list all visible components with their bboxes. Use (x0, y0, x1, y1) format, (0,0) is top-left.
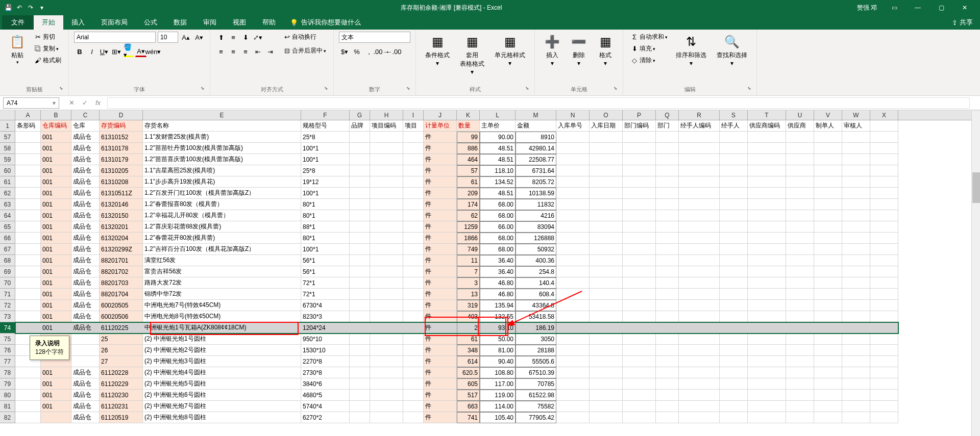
file-tab[interactable]: 文件 (2, 15, 34, 30)
cell[interactable] (403, 154, 424, 165)
cell[interactable] (720, 154, 748, 165)
cell[interactable] (403, 412, 424, 423)
cell[interactable] (590, 266, 623, 277)
cell[interactable] (656, 132, 679, 143)
cell[interactable]: 成品仓 (71, 255, 100, 266)
cell[interactable]: 件 (424, 345, 457, 356)
cell[interactable] (403, 233, 424, 244)
cell[interactable]: 90.00 (480, 132, 516, 143)
cell[interactable]: 88*1 (301, 221, 350, 233)
cell[interactable] (15, 390, 41, 401)
cell[interactable] (403, 401, 424, 412)
header-cell[interactable]: 金额 (516, 120, 556, 132)
cell[interactable]: 400.36 (516, 255, 556, 266)
cell[interactable] (623, 300, 656, 311)
cell[interactable]: 608.4 (516, 289, 556, 300)
cell[interactable]: 72*1 (301, 277, 350, 289)
column-header-Q[interactable]: Q (656, 110, 679, 120)
header-cell[interactable]: 供应商编码 (748, 120, 786, 132)
cell[interactable]: 348 (457, 345, 480, 356)
cell[interactable] (350, 233, 370, 244)
cell[interactable] (370, 334, 403, 345)
cell[interactable] (679, 210, 720, 221)
cell[interactable]: 成品仓 (71, 367, 100, 378)
cell[interactable]: 50932 (516, 244, 556, 255)
cell[interactable] (403, 367, 424, 378)
cell[interactable]: 件 (424, 143, 457, 154)
cell[interactable] (556, 210, 590, 221)
cell[interactable] (656, 322, 679, 334)
cell[interactable] (403, 266, 424, 277)
cell[interactable]: 成品仓 (71, 300, 100, 311)
cell[interactable]: (2) 中洲银光炮8号圆柱 (143, 412, 301, 423)
cell[interactable] (870, 311, 898, 322)
increase-font-icon[interactable]: A▴ (180, 32, 191, 43)
cell[interactable] (350, 154, 370, 165)
cell[interactable] (15, 176, 41, 188)
row-header[interactable]: 74 (0, 322, 15, 334)
cell[interactable] (370, 390, 403, 401)
header-cell[interactable]: 数量 (457, 120, 480, 132)
header-cell[interactable]: 计量单位 (424, 120, 457, 132)
sort-filter-button[interactable]: ⇅排序和筛选▾ (672, 32, 710, 69)
cell[interactable]: 6270*2 (301, 412, 350, 423)
cell[interactable]: 61310205 (100, 165, 143, 176)
cell[interactable] (403, 255, 424, 266)
header-cell[interactable]: 部门 (656, 120, 679, 132)
cell[interactable] (590, 143, 623, 154)
cell[interactable]: 001 (41, 221, 71, 233)
cell[interactable]: 001 (41, 233, 71, 244)
cell[interactable] (403, 176, 424, 188)
cell[interactable] (590, 233, 623, 244)
header-cell[interactable] (870, 120, 898, 132)
cell[interactable]: (2) 中洲银光炮2号圆柱 (143, 345, 301, 356)
cell[interactable] (403, 311, 424, 322)
cell[interactable] (370, 345, 403, 356)
cell[interactable] (656, 176, 679, 188)
cell[interactable]: 80*1 (301, 233, 350, 244)
cell[interactable]: 成品仓 (71, 322, 100, 334)
cell[interactable]: 成品仓 (71, 412, 100, 423)
cell[interactable] (786, 199, 814, 210)
cell[interactable] (370, 277, 403, 289)
cell[interactable]: 1530*10 (301, 345, 350, 356)
cell[interactable] (748, 367, 786, 378)
cell[interactable] (556, 300, 590, 311)
cell[interactable] (842, 210, 870, 221)
cell[interactable] (679, 378, 720, 390)
cell[interactable]: 1.2"苗苗牡丹蕾100发(模具蕾加高版) (143, 143, 301, 154)
align-right-icon[interactable]: ≡ (240, 46, 251, 57)
cell[interactable]: 001 (41, 311, 71, 322)
cell[interactable] (870, 322, 898, 334)
cell[interactable] (748, 266, 786, 277)
fill-button[interactable]: ⬇填充▾ (628, 43, 670, 54)
cell[interactable]: 001 (41, 154, 71, 165)
cell[interactable] (720, 300, 748, 311)
cell[interactable]: 36.40 (480, 266, 516, 277)
cell[interactable] (556, 199, 590, 210)
cell[interactable] (71, 334, 100, 345)
row-header[interactable]: 58 (0, 143, 15, 154)
cell[interactable] (656, 401, 679, 412)
cell[interactable] (748, 322, 786, 334)
cell[interactable]: 001 (41, 277, 71, 289)
cell[interactable] (786, 221, 814, 233)
cell[interactable] (870, 210, 898, 221)
row-header[interactable]: 80 (0, 390, 15, 401)
conditional-format-button[interactable]: ▦条件格式▾ (421, 32, 454, 69)
cell[interactable]: 件 (424, 412, 457, 423)
column-header-H[interactable]: H (370, 110, 403, 120)
cell[interactable]: 25*8 (301, 165, 350, 176)
cell[interactable] (623, 289, 656, 300)
cell[interactable] (41, 412, 71, 423)
cell[interactable]: 8910 (516, 132, 556, 143)
cell[interactable] (590, 188, 623, 199)
cell[interactable] (656, 367, 679, 378)
cell[interactable]: 61 (457, 176, 480, 188)
cell[interactable]: 件 (424, 165, 457, 176)
cell[interactable] (870, 300, 898, 311)
cell[interactable]: 成品仓 (71, 266, 100, 277)
align-bottom-icon[interactable]: ⬇ (240, 32, 251, 43)
cell[interactable] (656, 311, 679, 322)
cell[interactable] (370, 300, 403, 311)
